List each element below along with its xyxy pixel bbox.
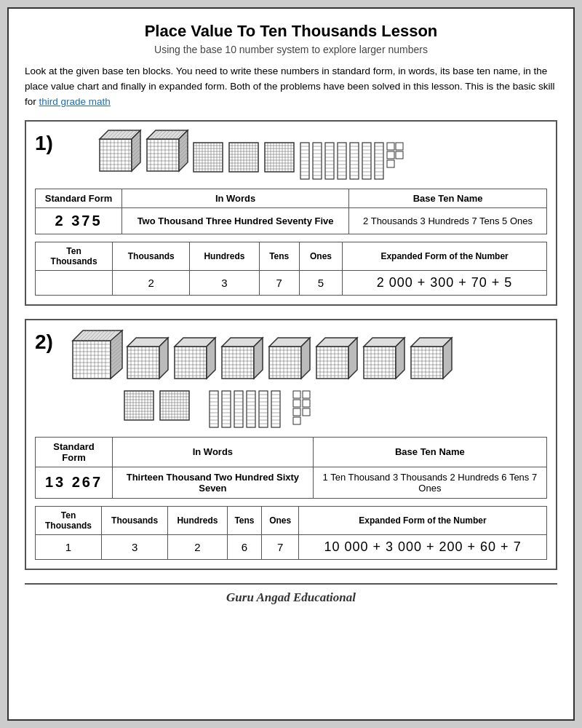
svg-rect-317 [316,347,348,379]
p2-tens-rod-2 [221,390,231,428]
svg-rect-355 [411,347,443,379]
p2-ones-header: Ones [262,506,299,534]
p2-ten-thousands-val: 1 [36,534,102,559]
svg-rect-472 [293,391,300,398]
p2-hundreds-header: Hundreds [168,506,228,534]
tens-val: 7 [259,270,299,295]
footer: Guru Angad Educational [25,583,557,605]
p2-base-ten-name-value: 1 Ten Thousand 3 Thousands 2 Hundreds 6 … [313,467,546,498]
in-words-header: In Words [122,189,349,207]
p2-thousand-cube-7 [410,336,455,387]
svg-rect-35 [147,139,179,171]
problem-1-place-table: TenThousands Thousands Hundreds Tens One… [35,242,547,296]
p2-expanded-form-val: 10 000 + 3 000 + 200 + 60 + 7 [299,534,547,559]
page-subtitle: Using the base 10 number system to explo… [25,44,557,55]
p2-in-words-header: In Words [113,437,314,467]
hundreds-flat-3 [264,142,298,180]
p2-thousand-cube-6 [362,336,407,387]
page: Place Value To Ten Thousands Lesson Usin… [7,7,575,721]
ten-thousand-cube-1 [71,328,124,387]
p2-tens-rod-3 [234,390,244,428]
p2-tens-rod-6 [271,390,281,428]
p2-thousand-cube-3 [220,336,266,387]
problem-2-top-row [71,328,547,387]
problem-1-info-table: Standard Form In Words Base Ten Name 2 3… [35,189,547,234]
problem-2-blocks [71,328,547,428]
standard-form-header: Standard Form [36,189,122,207]
p2-tens-rod-5 [258,390,268,428]
svg-rect-476 [303,391,310,398]
problem-1-box: 1) [25,120,557,306]
svg-rect-202 [73,341,111,379]
p2-hundreds-flat-2 [159,390,193,428]
p2-tens-rod-1 [209,390,219,428]
p2-expanded-form-header: Expanded Form of the Number [299,506,547,534]
svg-rect-241 [127,347,159,379]
problem-2-bottom-row [124,390,547,428]
p2-hundreds-val: 2 [168,534,228,559]
expanded-form-val: 2 000 + 300 + 70 + 5 [343,270,547,295]
svg-rect-336 [364,347,396,379]
svg-rect-0 [100,139,132,171]
hundreds-header: Hundreds [190,242,259,270]
problem-1-number: 1) [35,132,53,155]
svg-rect-200 [396,143,403,150]
tens-rod-5 [349,142,359,180]
p2-tens-rod-4 [246,390,256,428]
tens-rod-4 [337,142,347,180]
svg-rect-298 [269,347,301,379]
svg-rect-474 [293,408,300,416]
p2-thousands-header: Thousands [102,506,168,534]
expanded-form-header: Expanded Form of the Number [343,242,547,270]
p2-thousand-cube-2 [173,336,218,387]
problem-2-info-table: Standard Form In Words Base Ten Name 13 … [35,437,547,499]
svg-rect-279 [222,347,254,379]
ones-header: Ones [299,242,342,270]
tens-rod-3 [324,142,335,180]
p2-standard-form-value: 13 267 [36,467,113,498]
svg-rect-201 [396,151,403,159]
p2-hundreds-flat-1 [124,390,157,428]
p2-thousand-cube-1 [126,336,171,387]
p2-thousand-cube-4 [268,336,313,387]
thousand-cube-1 [98,129,143,180]
problem-1-blocks [62,129,547,180]
p2-ten-thousands-header: TenThousands [36,506,102,534]
svg-rect-477 [303,400,310,407]
problem-1-blocks-section: 1) [35,129,547,180]
ones-units-1 [386,142,407,180]
p2-ones-val: 7 [262,534,299,559]
svg-rect-478 [303,408,310,416]
tens-rod-6 [362,142,372,180]
svg-rect-260 [175,347,207,379]
svg-rect-198 [387,151,394,159]
problem-2-blocks-section: 2) [35,328,547,428]
p2-tens-header: Tens [227,506,261,534]
hundreds-flat-2 [228,142,262,180]
svg-rect-197 [387,143,394,150]
page-title: Place Value To Ten Thousands Lesson [25,22,557,41]
ten-thousands-val [36,270,113,295]
problem-2-box: 2) [25,319,557,570]
problem-2-number: 2) [35,331,53,354]
svg-rect-199 [387,160,394,167]
p2-ones-units [292,390,320,428]
hundreds-val: 3 [190,270,259,295]
intro-text: Look at the given base ten blocks. You n… [25,64,557,110]
standard-form-value: 2 375 [36,207,122,234]
hundreds-flat-1 [193,142,226,180]
ten-thousands-header: TenThousands [36,242,113,270]
problem-2-place-table: TenThousands Thousands Hundreds Tens One… [35,506,547,560]
in-words-value: Two Thousand Three Hundred Seventy Five [122,207,349,234]
thousands-val: 2 [113,270,190,295]
p2-in-words-value: Thirteen Thousand Two Hundred Sixty Seve… [113,467,314,498]
tens-rod-2 [312,142,322,180]
thousand-cube-2 [146,129,191,180]
p2-base-ten-name-header: Base Ten Name [313,437,546,467]
p2-tens-val: 6 [227,534,261,559]
svg-rect-473 [293,400,300,407]
svg-rect-475 [293,417,300,424]
thousands-header: Thousands [113,242,190,270]
p2-standard-form-header: Standard Form [36,437,113,467]
third-grade-link[interactable]: third grade math [39,96,111,107]
